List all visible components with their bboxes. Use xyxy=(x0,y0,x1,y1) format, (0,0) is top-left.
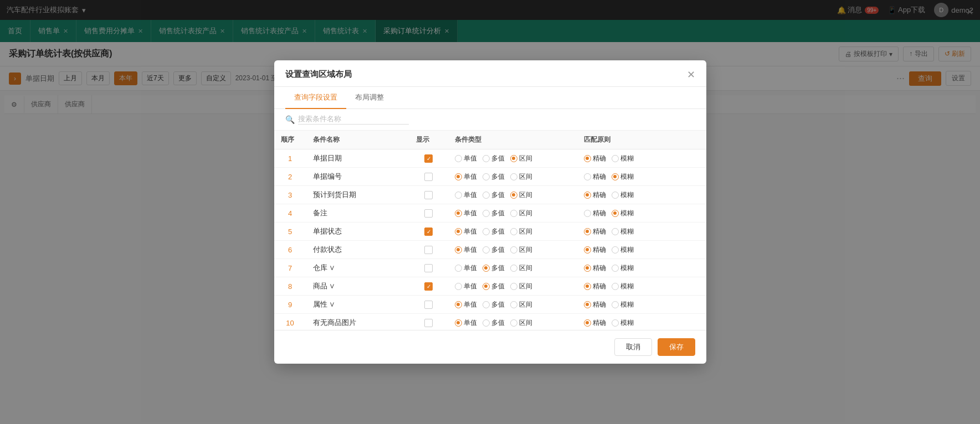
save-button[interactable]: 保存 xyxy=(658,338,695,356)
radio-type-option[interactable]: 区间 xyxy=(510,190,532,200)
radio-type-option[interactable]: 单值 xyxy=(455,154,477,163)
row-display-checkbox[interactable] xyxy=(409,149,448,168)
radio-type-option[interactable]: 区间 xyxy=(510,282,532,291)
row-match-rule: 精确模糊 xyxy=(577,259,706,277)
radio-match-option[interactable]: 精确 xyxy=(584,209,606,218)
row-order: 6 xyxy=(274,241,306,259)
radio-match-option[interactable]: 精确 xyxy=(584,282,606,291)
radio-dot xyxy=(455,319,462,327)
checkbox[interactable] xyxy=(424,227,433,236)
radio-type-option[interactable]: 单值 xyxy=(455,190,477,200)
radio-type-option[interactable]: 多值 xyxy=(483,282,505,291)
radio-match-option[interactable]: 精确 xyxy=(584,190,606,200)
checkbox[interactable] xyxy=(424,319,433,327)
checkbox[interactable] xyxy=(424,301,433,309)
radio-type-option[interactable]: 多值 xyxy=(483,227,505,236)
radio-match-option[interactable]: 精确 xyxy=(584,172,606,182)
radio-type-option[interactable]: 多值 xyxy=(483,154,505,163)
radio-type-option[interactable]: 单值 xyxy=(455,245,477,255)
dialog-close-button[interactable]: ✕ xyxy=(687,70,695,80)
table-row: 9属性 ∨单值多值区间精确模糊 xyxy=(274,296,706,314)
radio-match-option[interactable]: 模糊 xyxy=(612,263,634,273)
row-display-checkbox[interactable] xyxy=(409,259,448,277)
radio-dot xyxy=(483,173,490,180)
radio-match-option[interactable]: 精确 xyxy=(584,300,606,309)
row-display-checkbox[interactable] xyxy=(409,204,448,223)
radio-dot xyxy=(510,265,517,272)
cancel-button[interactable]: 取消 xyxy=(614,338,652,356)
radio-match-option[interactable]: 精确 xyxy=(584,227,606,236)
row-order: 8 xyxy=(274,277,306,296)
radio-type-option[interactable]: 多值 xyxy=(483,190,505,200)
radio-dot xyxy=(612,319,619,327)
radio-type-option[interactable]: 区间 xyxy=(510,227,532,236)
row-display-checkbox[interactable] xyxy=(409,241,448,259)
radio-dot xyxy=(584,265,591,272)
row-display-checkbox[interactable] xyxy=(409,186,448,204)
radio-match-option[interactable]: 模糊 xyxy=(612,318,634,328)
radio-type-option[interactable]: 多值 xyxy=(483,245,505,255)
row-condition-name: 仓库 ∨ xyxy=(306,259,409,277)
radio-type-option[interactable]: 单值 xyxy=(455,282,477,291)
dialog-search-input[interactable] xyxy=(298,115,409,125)
radio-match-option[interactable]: 模糊 xyxy=(612,245,634,255)
checkbox[interactable] xyxy=(424,191,433,199)
radio-type-option[interactable]: 多值 xyxy=(483,300,505,309)
checkbox[interactable] xyxy=(424,246,433,254)
radio-match-option[interactable]: 模糊 xyxy=(612,282,634,291)
row-match-rule: 精确模糊 xyxy=(577,168,706,186)
radio-type-option[interactable]: 单值 xyxy=(455,209,477,218)
radio-dot xyxy=(483,301,490,308)
radio-match-option[interactable]: 模糊 xyxy=(612,227,634,236)
radio-match-option[interactable]: 模糊 xyxy=(612,300,634,309)
radio-match-option[interactable]: 模糊 xyxy=(612,154,634,163)
radio-dot xyxy=(584,210,591,217)
tab-field-settings[interactable]: 查询字段设置 xyxy=(285,87,346,109)
radio-match-option[interactable]: 精确 xyxy=(584,263,606,273)
radio-type-option[interactable]: 单值 xyxy=(455,227,477,236)
radio-match-option[interactable]: 精确 xyxy=(584,245,606,255)
table-row: 7仓库 ∨单值多值区间精确模糊 xyxy=(274,259,706,277)
radio-type-option[interactable]: 区间 xyxy=(510,154,532,163)
row-condition-name: 属性 ∨ xyxy=(306,296,409,314)
radio-match-option[interactable]: 模糊 xyxy=(612,190,634,200)
checkbox[interactable] xyxy=(424,209,433,218)
row-condition-type: 单值多值区间 xyxy=(448,314,577,330)
radio-type-option[interactable]: 区间 xyxy=(510,263,532,273)
row-display-checkbox[interactable] xyxy=(409,277,448,296)
radio-match-option[interactable]: 模糊 xyxy=(612,172,634,182)
radio-type-option[interactable]: 单值 xyxy=(455,172,477,182)
radio-type-option[interactable]: 区间 xyxy=(510,209,532,218)
radio-match-option[interactable]: 精确 xyxy=(584,154,606,163)
radio-type-option[interactable]: 单值 xyxy=(455,300,477,309)
radio-type-option[interactable]: 多值 xyxy=(483,172,505,182)
radio-type-option[interactable]: 区间 xyxy=(510,318,532,328)
checkbox[interactable] xyxy=(424,173,433,181)
radio-type-option[interactable]: 区间 xyxy=(510,172,532,182)
row-condition-name: 单据状态 xyxy=(306,223,409,241)
table-row: 8商品 ∨单值多值区间精确模糊 xyxy=(274,277,706,296)
row-display-checkbox[interactable] xyxy=(409,223,448,241)
radio-match-option[interactable]: 精确 xyxy=(584,318,606,328)
radio-match-option[interactable]: 模糊 xyxy=(612,209,634,218)
tab-layout-adjust[interactable]: 布局调整 xyxy=(346,87,393,109)
checkbox[interactable] xyxy=(424,154,433,163)
radio-dot xyxy=(483,283,490,290)
row-display-checkbox[interactable] xyxy=(409,314,448,330)
radio-type-option[interactable]: 多值 xyxy=(483,209,505,218)
row-display-checkbox[interactable] xyxy=(409,168,448,186)
radio-dot xyxy=(455,283,462,290)
row-display-checkbox[interactable] xyxy=(409,296,448,314)
checkbox[interactable] xyxy=(424,282,433,291)
radio-dot xyxy=(510,155,517,162)
checkbox[interactable] xyxy=(424,264,433,272)
radio-type-option[interactable]: 区间 xyxy=(510,300,532,309)
radio-type-option[interactable]: 单值 xyxy=(455,318,477,328)
row-match-rule: 精确模糊 xyxy=(577,241,706,259)
radio-type-option[interactable]: 区间 xyxy=(510,245,532,255)
radio-type-option[interactable]: 多值 xyxy=(483,318,505,328)
radio-type-option[interactable]: 单值 xyxy=(455,263,477,273)
radio-dot xyxy=(455,210,462,217)
radio-type-option[interactable]: 多值 xyxy=(483,263,505,273)
radio-dot xyxy=(510,210,517,217)
